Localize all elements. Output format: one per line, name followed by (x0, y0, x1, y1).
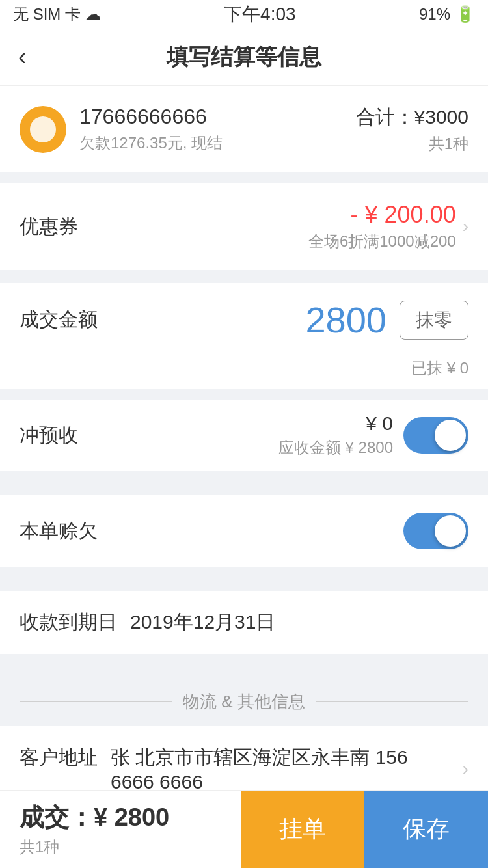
coupon-desc: 全场6折满1000减200 (308, 231, 456, 252)
precharge-toggle[interactable] (403, 417, 468, 454)
date-row: 收款到期日 2019年12月31日 (0, 591, 488, 654)
credit-row: 本单赊欠 (0, 495, 488, 567)
divider-line-left (20, 701, 172, 702)
address-label: 客户地址 (20, 744, 98, 771)
customer-left: 17666666666 欠款1276.35元, 现结 (20, 105, 223, 154)
deal-sub: 已抹 ¥ 0 (411, 359, 468, 377)
avatar-icon (30, 116, 56, 142)
total-count: 共1种 (356, 133, 468, 154)
precharge-amount: ¥ 0 (278, 413, 393, 435)
battery-icon: 🔋 (455, 5, 475, 23)
date-section: 收款到期日 2019年12月31日 (0, 591, 488, 654)
nav-bar: ‹ 填写结算等信息 (0, 29, 488, 86)
customer-right: 合计：¥3000 共1种 (356, 104, 468, 154)
amount-label: 成交金额 (20, 306, 98, 333)
status-time: 下午4:03 (224, 2, 296, 27)
round-button[interactable]: 抹零 (400, 301, 468, 340)
toggle-knob (435, 420, 466, 451)
coupon-discount: - ¥ 200.00 (351, 201, 456, 228)
customer-info: 17666666666 欠款1276.35元, 现结 (79, 105, 223, 154)
status-bar: 无 SIM 卡 ☁ 下午4:03 91% 🔋 (0, 0, 488, 29)
coupon-value: - ¥ 200.00 全场6折满1000减200 (308, 201, 456, 252)
coupon-chevron-icon: › (463, 216, 468, 237)
logistics-divider: 物流 & 其他信息 (0, 677, 488, 726)
credit-section: 本单赊欠 (0, 495, 488, 567)
coupon-row[interactable]: 优惠券 - ¥ 200.00 全场6折满1000减200 › (0, 183, 488, 270)
precharge-receivable: 应收金额 ¥ 2800 (278, 437, 393, 458)
amount-section: 成交金额 2800 抹零 已抹 ¥ 0 (0, 283, 488, 389)
precharge-values: ¥ 0 应收金额 ¥ 2800 (278, 413, 393, 458)
save-button[interactable]: 保存 (364, 791, 488, 869)
section-divider-3 (0, 578, 488, 591)
pending-button[interactable]: 挂单 (241, 791, 364, 869)
divider-line-right (316, 701, 468, 702)
date-value: 2019年12月31日 (130, 609, 275, 636)
customer-debt: 欠款1276.35元, 现结 (79, 133, 223, 154)
amount-row: 成交金额 2800 抹零 (0, 283, 488, 357)
section-divider-2 (0, 481, 488, 495)
bottom-deal-label: 成交：¥ 2800 (20, 801, 221, 834)
credit-toggle[interactable] (403, 513, 468, 549)
bottom-summary: 成交：¥ 2800 共1种 (0, 801, 241, 858)
sim-text: 无 SIM 卡 ☁ (13, 4, 101, 25)
bottom-deal-text: 成交： (20, 804, 94, 831)
status-right: 91% 🔋 (419, 5, 475, 23)
credit-toggle-knob (435, 515, 466, 547)
total-amount: 合计：¥3000 (356, 104, 468, 131)
bottom-deal-amount: ¥ 2800 (94, 804, 169, 831)
page-title: 填写结算等信息 (167, 42, 321, 72)
back-button[interactable]: ‹ (18, 43, 27, 71)
section-divider-4 (0, 664, 488, 677)
content-area: 17666666666 欠款1276.35元, 现结 合计：¥3000 共1种 … (0, 86, 488, 868)
precharge-label: 冲预收 (20, 422, 78, 449)
amount-right: 2800 抹零 (305, 299, 468, 341)
battery-text: 91% (419, 5, 450, 23)
customer-card: 17666666666 欠款1276.35元, 现结 合计：¥3000 共1种 (0, 86, 488, 172)
bottom-count: 共1种 (20, 837, 221, 858)
status-left: 无 SIM 卡 ☁ (13, 4, 101, 25)
precharge-row: 冲预收 ¥ 0 应收金额 ¥ 2800 (0, 400, 488, 471)
date-label: 收款到期日 (20, 609, 117, 636)
section-divider-1 (0, 270, 488, 283)
precharge-right: ¥ 0 应收金额 ¥ 2800 (278, 413, 468, 458)
deal-value: 2800 (305, 299, 386, 341)
address-chevron-icon: › (463, 759, 468, 780)
credit-label: 本单赊欠 (20, 518, 98, 545)
address-value: 张 北京市市辖区海淀区永丰南 156 6666 6666 (111, 744, 450, 793)
logistics-label: 物流 & 其他信息 (183, 690, 305, 713)
bottom-bar: 成交：¥ 2800 共1种 挂单 保存 (0, 790, 488, 868)
customer-phone: 17666666666 (79, 105, 223, 129)
avatar (20, 106, 66, 153)
coupon-label: 优惠券 (20, 213, 78, 240)
